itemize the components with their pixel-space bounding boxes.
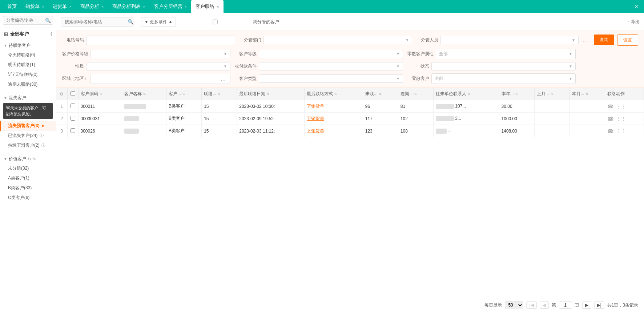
status-select[interactable]: ▼ [431, 62, 576, 70]
sidebar-item-overdue[interactable]: 逾期未联络(30) [0, 80, 56, 89]
sidebar-item-declining[interactable]: 持续下滑客户(2) ⓘ [0, 141, 56, 150]
sidebar-item-today[interactable]: 今天待联络(0) [0, 50, 56, 60]
sidebar-item-ungroup[interactable]: 未分组(32) [0, 163, 56, 173]
setting-button[interactable]: 设置 [617, 35, 638, 46]
checkbox-header[interactable] [67, 88, 78, 100]
sort-name-icon[interactable]: ⇅ [143, 92, 146, 96]
next-page-button[interactable]: ▶ [582, 301, 591, 309]
row-num: 2 [56, 113, 67, 125]
select-all-checkbox[interactable] [71, 91, 75, 96]
export-button[interactable]: ↑ 导出 [628, 19, 640, 25]
person-more-icon[interactable]: … [581, 37, 589, 44]
phone-action-icon[interactable]: ☎ [607, 128, 613, 134]
sort-uncontacted-icon[interactable]: ⇅ [379, 92, 382, 96]
table-row: 3 000026 B类客户 15 2023-02-03 11:12: 下销货单 … [56, 125, 644, 137]
sort-type-icon[interactable]: ⇅ [182, 92, 185, 96]
close-customer-link-icon[interactable]: × [217, 4, 219, 9]
close-analysis-list-icon[interactable]: × [143, 4, 145, 9]
sidebar-item-7days[interactable]: 近7天待联络(0) [0, 70, 56, 80]
my-customers-check[interactable] [179, 20, 251, 24]
page-input[interactable] [559, 301, 572, 309]
prev-page-button[interactable]: ◀ [540, 301, 549, 309]
close-all-button[interactable]: × [632, 3, 641, 10]
close-customer-tier-icon[interactable]: × [185, 4, 187, 9]
last-method-link[interactable]: 下销货单 [307, 104, 324, 109]
nav-tab-sales[interactable]: 销货单 × [21, 0, 48, 13]
sidebar-group-pending[interactable]: ▼ 待联络客户 [0, 40, 56, 50]
sort-this-month-icon[interactable]: ⇅ [585, 92, 588, 96]
collapse-sidebar-icon[interactable]: 《 [48, 31, 52, 37]
zero-customer-select[interactable]: 全部 ▼ [431, 73, 576, 84]
sidebar-item-tomorrow[interactable]: 明天待联络(1) [0, 60, 56, 70]
row-last-method[interactable]: 下销货单 [305, 125, 363, 137]
edit-value-icon[interactable]: ✎ [33, 157, 36, 162]
price-level-select[interactable]: ▼ [90, 50, 230, 58]
sort-code-icon[interactable]: ⇅ [99, 92, 102, 96]
sort-this-year-icon[interactable]: ⇅ [515, 92, 518, 96]
nav-tab-purchase[interactable]: 进货单 × [48, 0, 76, 13]
row-checkbox-cell[interactable] [67, 100, 78, 113]
sidebar-item-lost[interactable]: 已流失客户(24) ⓘ [0, 131, 56, 141]
gender-select[interactable]: ▼ [86, 62, 230, 70]
per-page-select[interactable]: 50 20 100 [505, 301, 523, 309]
payment-select[interactable]: ▼ [259, 62, 403, 70]
nav-tab-customer-link[interactable]: 客户联络 × [191, 0, 223, 13]
more-action-icon[interactable]: ⋮⋮ [616, 104, 626, 109]
sidebar-item-b-class[interactable]: B类客户(33) [0, 183, 56, 193]
row-checkbox[interactable] [71, 116, 75, 121]
close-analysis-icon[interactable]: × [101, 4, 104, 9]
search-button[interactable]: 🔍 [123, 16, 138, 28]
nav-tab-home-label: 首页 [7, 3, 17, 10]
sidebar-group-value[interactable]: ▼ 价值客户 ↻ ✎ [0, 154, 56, 163]
customer-type-select[interactable]: ▼ [259, 74, 403, 83]
row-checkbox-cell[interactable] [67, 125, 78, 137]
nav-tab-customer-tier[interactable]: 客户分层经营 × [150, 0, 191, 13]
customer-level-select[interactable]: ▼ [259, 50, 403, 58]
row-last-method[interactable]: 下销货单 [305, 113, 363, 125]
nav-tab-analysis-list[interactable]: 商品分析列表 × [108, 0, 149, 13]
sidebar-all-customers[interactable]: ⊞ 全部客户 《 [0, 28, 56, 40]
row-last-method[interactable]: 下销货单 [305, 100, 363, 113]
sort-overdue-icon[interactable]: ⇅ [414, 92, 417, 96]
row-checkbox[interactable] [71, 128, 75, 133]
more-conditions-button[interactable]: ▼ 更多条件 ▲ [141, 17, 176, 27]
row-checkbox[interactable] [71, 104, 75, 108]
sort-contact-icon[interactable]: ⇅ [217, 92, 220, 96]
sidebar-item-a-class[interactable]: A类客户(1) [0, 173, 56, 183]
first-page-button[interactable]: |◀ [526, 301, 536, 309]
phone-action-icon[interactable]: ☎ [607, 104, 613, 109]
close-sales-icon[interactable]: × [42, 4, 44, 9]
value-group-label: 价值客户 [9, 156, 26, 162]
region-select[interactable]: … [90, 74, 230, 84]
sidebar-item-overdue-label: 逾期未联络(30) [8, 82, 37, 87]
sort-last-method-icon[interactable]: ⇅ [334, 92, 337, 96]
region-more-icon[interactable]: … [219, 76, 227, 82]
phone-action-icon[interactable]: ☎ [607, 116, 613, 122]
nav-tab-analysis[interactable]: 商品分析 × [76, 0, 108, 13]
sidebar-item-warning[interactable]: 流失预警客户(3) ● [0, 121, 56, 131]
row-checkbox-cell[interactable] [67, 113, 78, 125]
sidebar-item-c-class[interactable]: C类客户(6) [0, 193, 56, 203]
gear-header[interactable]: ⚙ [56, 88, 67, 100]
filter-field-dept: 分管部门 ▼ [240, 36, 412, 44]
phone-input[interactable] [86, 36, 235, 45]
refresh-value-icon[interactable]: ↻ [28, 157, 31, 162]
more-action-icon[interactable]: ⋮⋮ [616, 116, 626, 122]
search-input[interactable] [61, 17, 133, 27]
last-page-button[interactable]: ▶| [594, 301, 604, 309]
sidebar-group-lost[interactable]: ▼ 流失客户 [0, 93, 56, 102]
query-button[interactable]: 查询 [594, 35, 614, 45]
my-customers-checkbox[interactable]: 我分管的客户 [179, 19, 279, 25]
close-purchase-icon[interactable]: × [69, 4, 71, 9]
nav-tab-home[interactable]: 首页 [3, 0, 21, 13]
last-method-link[interactable]: 下销货单 [307, 116, 324, 121]
sort-last-date-icon[interactable]: ⇅ [266, 92, 269, 96]
person-select[interactable]: ▼ [440, 36, 579, 44]
sort-unit-contact-icon[interactable]: ⇅ [467, 92, 470, 96]
more-action-icon[interactable]: ⋮⋮ [616, 128, 626, 134]
last-method-link[interactable]: 下销货单 [307, 128, 324, 133]
sort-last-month-icon[interactable]: ⇅ [550, 92, 553, 96]
zero-attr-select[interactable]: 全部 ▼ [436, 49, 576, 59]
col-type-label: 客户... [169, 91, 181, 96]
dept-select[interactable]: ▼ [263, 36, 412, 44]
